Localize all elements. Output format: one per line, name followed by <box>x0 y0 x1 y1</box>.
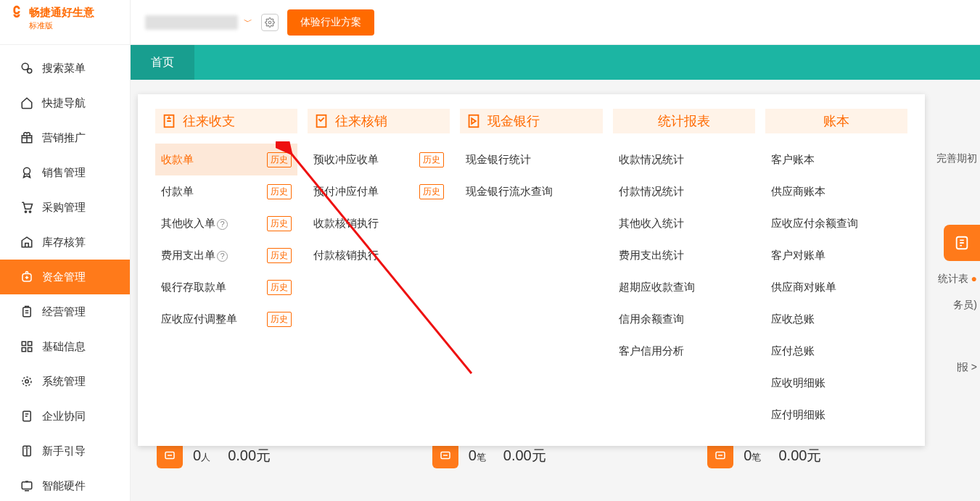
sidebar-item-9[interactable]: 系统管理 <box>0 364 130 399</box>
history-tag[interactable]: 历史 <box>267 216 292 231</box>
sidebar-item-1[interactable]: 快捷导航 <box>0 86 130 120</box>
sidebar-item-label: 销售管理 <box>42 166 86 180</box>
svg-rect-10 <box>22 348 25 352</box>
trial-button[interactable]: 体验行业方案 <box>287 9 374 36</box>
funds-flyout: 往来收支收款单历史付款单历史其他收入单?历史费用支出单?历史银行存取款单历史应收… <box>138 94 925 446</box>
flyout-item[interactable]: 客户对账单 <box>765 239 907 271</box>
sidebar-item-label: 资金管理 <box>42 270 86 284</box>
flyout-item[interactable]: 现金银行统计 <box>460 144 602 175</box>
stat-icon <box>432 442 458 468</box>
tab-home[interactable]: 首页 <box>131 45 194 80</box>
history-tag[interactable]: 历史 <box>267 184 292 199</box>
flyout-item[interactable]: 应付总账 <box>765 335 907 367</box>
flyout-item[interactable]: 付款情况统计 <box>613 175 755 207</box>
history-tag[interactable]: 历史 <box>267 280 292 295</box>
history-tag[interactable]: 历史 <box>419 184 444 199</box>
svg-rect-8 <box>22 341 25 345</box>
flyout-item[interactable]: 应收总账 <box>765 303 907 335</box>
help-icon[interactable]: ? <box>217 251 228 262</box>
flyout-item[interactable]: 客户信用分析 <box>613 335 755 367</box>
svg-rect-11 <box>28 348 32 352</box>
side-floating-button[interactable] <box>944 225 980 261</box>
svg-point-13 <box>25 380 29 384</box>
flyout-item[interactable]: 其他收入统计 <box>613 207 755 239</box>
flyout-item[interactable]: 付款核销执行 <box>308 239 450 271</box>
flyout-item[interactable]: 其他收入单?历史 <box>155 207 297 239</box>
sidebar-item-3[interactable]: 销售管理 <box>0 155 130 190</box>
help-icon[interactable]: ? <box>217 219 228 230</box>
stat-card-0: 0人0.00元 <box>157 442 403 468</box>
grid-icon <box>20 340 33 353</box>
flyout-item[interactable]: 费用支出单?历史 <box>155 239 297 271</box>
sidebar-item-10[interactable]: 企业协同 <box>0 399 130 434</box>
sidebar-item-label: 基础信息 <box>42 340 86 354</box>
sidebar-item-11[interactable]: 新手引导 <box>0 434 130 468</box>
stats-row: 0人0.00元0笔0.00元0笔0.00元 <box>131 442 980 468</box>
svg-point-12 <box>22 377 31 386</box>
sidebar-item-5[interactable]: 库存核算 <box>0 225 130 260</box>
history-tag[interactable]: 历史 <box>267 248 292 263</box>
flyout-item[interactable]: 收款核销执行 <box>308 207 450 239</box>
flyout-item[interactable]: 客户账本 <box>765 144 907 175</box>
flyout-item[interactable]: 应收应付余额查询 <box>765 207 907 239</box>
svg-point-17 <box>268 21 271 24</box>
sidebar-item-7[interactable]: 经营管理 <box>0 294 130 329</box>
sidebar-item-label: 快捷导航 <box>42 96 86 110</box>
brand-name: 畅捷通好生意 <box>29 6 94 20</box>
flyout-item[interactable]: 应付明细账 <box>765 399 907 431</box>
history-tag[interactable]: 历史 <box>419 152 444 167</box>
svg-rect-9 <box>28 341 32 345</box>
link-icon <box>20 410 33 423</box>
logo-icon <box>9 4 25 20</box>
tabstrip: 首页 <box>131 45 980 80</box>
flyout-item[interactable]: 费用支出统计 <box>613 239 755 271</box>
money-icon <box>20 270 33 283</box>
right-hint-line1[interactable]: 完善期初 <box>936 145 977 171</box>
stat-card-2: 0笔0.00元 <box>707 442 954 468</box>
svg-rect-16 <box>22 482 32 489</box>
flyout-item[interactable]: 应收应付调整单历史 <box>155 303 297 335</box>
sidebar-item-0[interactable]: 搜索菜单 <box>0 51 130 86</box>
sidebar-item-6[interactable]: 资金管理 <box>0 260 130 294</box>
flyout-item[interactable]: 付款单历史 <box>155 175 297 207</box>
sidebar-item-label: 经营管理 <box>42 305 86 319</box>
flyout-item[interactable]: 供应商对账单 <box>765 271 907 303</box>
home-icon <box>20 96 33 109</box>
flyout-item[interactable]: 预付冲应付单历史 <box>308 175 450 207</box>
stat-card-1: 0笔0.00元 <box>432 442 679 468</box>
svg-point-4 <box>25 211 26 212</box>
right-hint-line3[interactable]: ∣报 > <box>936 354 977 380</box>
sidebar-item-2[interactable]: 营销推广 <box>0 120 130 155</box>
settings-button[interactable] <box>261 14 279 31</box>
flyout-item[interactable]: 现金银行流水查询 <box>460 175 602 207</box>
flyout-item[interactable]: 信用余额查询 <box>613 303 755 335</box>
right-hint-line2b[interactable]: 务员) <box>936 291 977 318</box>
bank-icon <box>466 113 482 129</box>
history-tag[interactable]: 历史 <box>267 312 292 327</box>
sidebar-item-4[interactable]: 采购管理 <box>0 190 130 225</box>
store-dropdown[interactable]: ﹀ <box>145 15 252 30</box>
flyout-item[interactable]: 供应商账本 <box>765 175 907 207</box>
tv-icon <box>20 479 33 492</box>
flyout-item[interactable]: 银行存取款单历史 <box>155 271 297 303</box>
chevron-down-icon: ﹀ <box>244 16 252 28</box>
stat-icon <box>157 442 183 468</box>
sidebar-item-12[interactable]: 智能硬件 <box>0 468 130 501</box>
flyout-item[interactable]: 预收冲应收单历史 <box>308 144 450 175</box>
sidebar-item-label: 企业协同 <box>42 410 86 423</box>
cart-icon <box>20 201 33 214</box>
warehouse-icon <box>20 236 33 249</box>
history-tag[interactable]: 历史 <box>267 152 292 167</box>
stamp-icon <box>313 113 329 129</box>
nav-list: 搜索菜单快捷导航营销推广销售管理采购管理库存核算资金管理经营管理基础信息系统管理… <box>0 45 130 501</box>
flyout-col-2: 现金银行现金银行统计现金银行流水查询 <box>460 109 602 431</box>
sidebar-item-8[interactable]: 基础信息 <box>0 329 130 364</box>
sidebar-item-label: 新手引导 <box>42 444 86 458</box>
flyout-item[interactable]: 收款情况统计 <box>613 144 755 175</box>
gear-icon <box>20 375 33 388</box>
flyout-item[interactable]: 收款单历史 <box>155 144 297 175</box>
flyout-item[interactable]: 超期应收款查询 <box>613 271 755 303</box>
svg-point-3 <box>24 167 30 174</box>
flyout-item[interactable]: 应收明细账 <box>765 367 907 399</box>
right-hint-line2a[interactable]: 统计表 ● <box>936 265 977 291</box>
